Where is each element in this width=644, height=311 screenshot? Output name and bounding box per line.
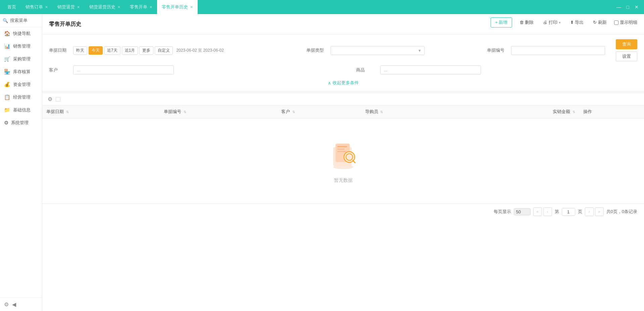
print-button[interactable]: 🖨 打印▾ (541, 18, 563, 27)
customer-input[interactable]: ... (73, 65, 174, 74)
sidebar-item-inventory-label: 库存核算 (13, 69, 31, 75)
empty-state: 暂无数据 (42, 118, 644, 204)
tab-sales-return-history-label: 销货退货历史 (89, 4, 115, 10)
tab-retail-order[interactable]: 零售开单 ✕ (125, 0, 157, 14)
content-area: 零售开单历史 + 新增 🗑 删除 🖨 打印▾ ⬆ 导出 ↻ 刷新 显示明细 单据… (42, 14, 644, 311)
sidebar-item-quicknav[interactable]: 🏠 快捷导航 (0, 27, 42, 40)
col-date-sort-icon: ⇅ (66, 110, 69, 114)
sidebar-item-finance[interactable]: 💰 资金管理 (0, 78, 42, 91)
date-more[interactable]: 更多 (139, 46, 153, 55)
first-page-btn[interactable]: « (533, 207, 542, 216)
col-bill-no[interactable]: 单据编号 ⇅ (160, 105, 277, 118)
tab-retail-history[interactable]: 零售开单历史 ✕ (157, 0, 198, 14)
empty-text: 暂无数据 (334, 177, 353, 184)
col-action: 操作 (579, 105, 644, 118)
window-controls: — □ ✕ (616, 4, 641, 10)
export-button[interactable]: ⬆ 导出 (568, 18, 586, 27)
table-toolbar: ⚙ (42, 93, 644, 105)
date-buttons: 昨天 今天 近7天 近1月 更多 自定义 2023-06-02 至 2023-0… (73, 46, 224, 55)
sidebar-item-system-label: 系统管理 (11, 120, 29, 126)
goods-placeholder: ... (384, 67, 388, 72)
next-page-btn[interactable]: › (585, 207, 594, 216)
date-custom[interactable]: 自定义 (155, 46, 173, 55)
sidebar-item-sales-label: 销售管理 (13, 43, 31, 49)
tab-sales-return-label: 销货退货 (57, 4, 75, 10)
sidebar-item-inventory[interactable]: 🏪 库存核算 (0, 65, 42, 78)
date-1month[interactable]: 近1月 (122, 46, 138, 55)
delete-button[interactable]: 🗑 删除 (517, 18, 536, 27)
sidebar-collapse-btn[interactable]: ◀ (12, 301, 16, 308)
collapse-up-icon: ∧ (328, 81, 331, 86)
tab-retail-history-close[interactable]: ✕ (190, 5, 193, 9)
per-page-select[interactable]: 50 10 20 100 (514, 208, 531, 215)
sidebar: 🔍 搜索菜单 🏠 快捷导航 📊 销售管理 🛒 采购管理 🏪 库存核算 💰 资金管… (0, 14, 42, 311)
search-icon: 🔍 (3, 18, 8, 23)
col-date[interactable]: 单据日期 ⇅ (42, 105, 160, 118)
show-detail-input[interactable] (614, 20, 618, 25)
svg-line-8 (353, 160, 355, 163)
tab-sales-return[interactable]: 销货退货 ✕ (53, 0, 85, 14)
filter-row-2: 客户 ... 商品 ... (49, 65, 637, 74)
window-max-btn[interactable]: □ (627, 4, 629, 10)
tab-sales-order-close[interactable]: ✕ (45, 5, 48, 9)
goods-input[interactable]: ... (380, 65, 481, 74)
tab-sales-return-close[interactable]: ✕ (77, 5, 80, 9)
tab-retail-order-close[interactable]: ✕ (149, 5, 152, 9)
col-customer-sort-icon: ⇅ (292, 110, 295, 114)
bill-type-dropdown-icon: ▾ (418, 48, 421, 53)
sidebar-settings-btn[interactable]: ⚙ (4, 301, 9, 308)
date-range-display: 2023-06-02 至 2023-06-02 (176, 48, 224, 53)
sidebar-item-sales[interactable]: 📊 销售管理 (0, 40, 42, 53)
page-input[interactable]: 1 (562, 208, 575, 216)
page-total: 共0页，0条记录 (606, 209, 637, 215)
date-yesterday[interactable]: 昨天 (73, 46, 87, 55)
filter-row-1: 单据日期 昨天 今天 近7天 近1月 更多 自定义 2023-06-02 至 2… (49, 39, 637, 61)
tab-sales-return-history-close[interactable]: ✕ (117, 5, 120, 9)
date-filter-label: 单据日期 (49, 47, 68, 53)
sidebar-search-label: 搜索菜单 (10, 17, 28, 23)
select-all-checkbox[interactable] (56, 97, 60, 102)
setting-button[interactable]: 设置 (616, 51, 637, 61)
tab-sales-return-history[interactable]: 销货退货历史 ✕ (85, 0, 125, 14)
tab-home[interactable]: 首页 (3, 0, 21, 14)
sidebar-item-operations-label: 经营管理 (13, 94, 31, 100)
col-customer[interactable]: 客户 ⇅ (277, 105, 361, 118)
table-settings-icon[interactable]: ⚙ (48, 96, 52, 102)
col-guide[interactable]: 导购员 ⇅ (361, 105, 462, 118)
sidebar-item-finance-label: 资金管理 (13, 82, 31, 88)
sidebar-item-quicknav-label: 快捷导航 (13, 31, 31, 37)
bill-type-select[interactable]: ▾ (331, 46, 425, 55)
sidebar-item-purchase[interactable]: 🛒 采购管理 (0, 53, 42, 65)
date-today[interactable]: 今天 (89, 46, 103, 55)
col-amount-label: 实销金额 (553, 109, 570, 114)
tab-sales-order[interactable]: 销售订单 ✕ (21, 0, 53, 14)
col-customer-label: 客户 (281, 109, 290, 114)
sidebar-search[interactable]: 🔍 搜索菜单 (0, 14, 42, 27)
date-7days[interactable]: 近7天 (104, 46, 120, 55)
tab-retail-order-label: 零售开单 (130, 4, 147, 10)
sidebar-bottom: ⚙ ◀ (0, 298, 42, 311)
page-label-end: 页 (578, 209, 582, 215)
page-label: 第 (555, 209, 559, 215)
collapse-bar[interactable]: ∧ 收起更多条件 (49, 79, 637, 86)
window-min-btn[interactable]: — (616, 4, 621, 10)
quicknav-icon: 🏠 (4, 31, 10, 37)
col-amount[interactable]: 实销金额 ⇅ (462, 105, 579, 118)
tab-sales-order-label: 销售订单 (26, 4, 43, 10)
refresh-button[interactable]: ↻ 刷新 (591, 18, 609, 27)
col-amount-sort-icon: ⇅ (573, 110, 575, 114)
sidebar-item-basic-info[interactable]: 📁 基础信息 (0, 104, 42, 116)
sidebar-item-operations[interactable]: 📋 经营管理 (0, 91, 42, 104)
filter-area: 单据日期 昨天 今天 近7天 近1月 更多 自定义 2023-06-02 至 2… (42, 35, 644, 91)
data-table: 单据日期 ⇅ 单据编号 ⇅ 客户 ⇅ 导购员 ⇅ (42, 105, 644, 204)
basicinfo-icon: 📁 (4, 107, 10, 113)
window-close-btn[interactable]: ✕ (635, 4, 639, 10)
prev-page-btn[interactable]: ‹ (543, 207, 552, 216)
last-page-btn[interactable]: » (595, 207, 604, 216)
bill-no-input[interactable] (511, 46, 605, 55)
empty-row: 暂无数据 (42, 118, 644, 204)
query-button[interactable]: 查询 (616, 39, 637, 49)
show-detail-checkbox[interactable]: 显示明细 (614, 19, 637, 25)
sidebar-item-system[interactable]: ⚙ 系统管理 (0, 116, 42, 129)
new-button[interactable]: + 新增 (491, 17, 512, 28)
